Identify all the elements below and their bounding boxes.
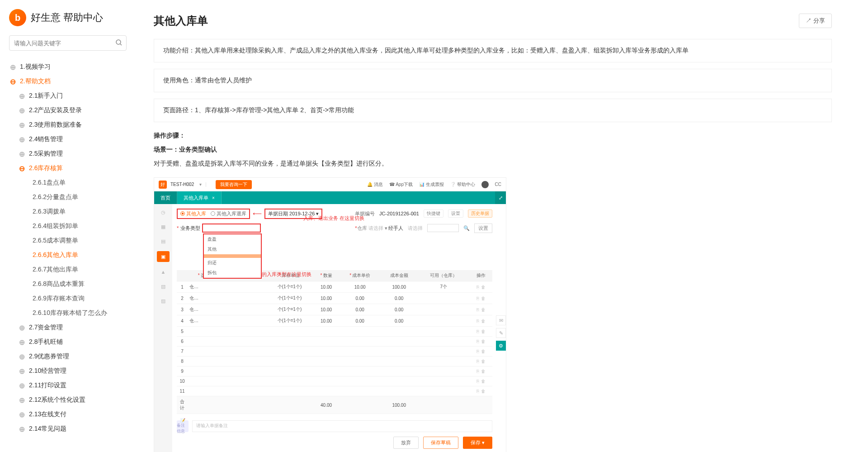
search-icon[interactable]: 🔍 bbox=[463, 225, 470, 231]
dd-item[interactable]: 其他 bbox=[204, 244, 261, 254]
pill-settings[interactable]: 设置 bbox=[448, 209, 463, 218]
leftbar-icon[interactable]: ▤ bbox=[159, 237, 168, 246]
radio-inbound[interactable]: 其他入库 bbox=[180, 210, 206, 217]
dd-item[interactable]: 拆包 bbox=[204, 268, 261, 278]
nav-item-210[interactable]: ⊕2.10经营管理 bbox=[9, 364, 136, 378]
save-button[interactable]: 保存 ▾ bbox=[463, 437, 492, 449]
biztype-select[interactable]: 盘盈 其他 归还 拆包 bbox=[202, 224, 261, 233]
table-row[interactable]: 1仓…个(1个=1个)10.0010.00100.007个⎘🗑 bbox=[177, 281, 492, 293]
nav-item-265[interactable]: 2.6.5成本调整单 bbox=[9, 233, 136, 248]
delete-icon[interactable]: 🗑 bbox=[481, 296, 486, 301]
table-row[interactable]: 6⎘🗑 bbox=[177, 337, 492, 347]
nav-item-21[interactable]: ⊕2.1新手入门 bbox=[9, 89, 136, 103]
delete-icon[interactable]: 🗑 bbox=[481, 307, 486, 312]
gen-report-link[interactable]: 📊 生成票报 bbox=[419, 181, 444, 188]
table-row[interactable]: 5⎘🗑 bbox=[177, 327, 492, 337]
table-row[interactable]: 4仓…个(1个=1个)10.000.000.00⎘🗑 bbox=[177, 315, 492, 327]
nav-item-214[interactable]: ⊕2.14常见问题 bbox=[9, 422, 136, 436]
nav-item-262[interactable]: 2.6.2分量盘点单 bbox=[9, 190, 136, 205]
nav-item-26[interactable]: ⊖2.6库存核算 bbox=[9, 161, 136, 176]
help-link[interactable]: ❔ 帮助中心 bbox=[450, 181, 475, 188]
search-input[interactable] bbox=[9, 35, 127, 51]
consult-button[interactable]: 我要咨询一下 bbox=[216, 180, 252, 189]
delete-icon[interactable]: 🗑 bbox=[481, 329, 486, 334]
pill-shortcut[interactable]: 快捷键 bbox=[424, 209, 443, 218]
copy-icon[interactable]: ⎘ bbox=[476, 285, 479, 290]
copy-icon[interactable]: ⎘ bbox=[476, 339, 479, 344]
copy-icon[interactable]: ⎘ bbox=[476, 319, 479, 324]
search-small-input[interactable] bbox=[427, 224, 459, 232]
copy-icon[interactable]: ⎘ bbox=[476, 307, 479, 312]
table-row[interactable]: 11⎘🗑 bbox=[177, 386, 492, 396]
copy-icon[interactable]: ⎘ bbox=[476, 359, 479, 364]
leftbar-icon[interactable]: ▦ bbox=[159, 222, 168, 231]
leftbar-icon[interactable]: ◷ bbox=[159, 208, 168, 217]
delete-icon[interactable]: 🗑 bbox=[481, 389, 486, 394]
nav-item-211[interactable]: ⊕2.11打印设置 bbox=[9, 378, 136, 393]
dd-item-highlighted[interactable] bbox=[204, 254, 261, 258]
delete-icon[interactable]: 🗑 bbox=[481, 369, 486, 374]
copy-icon[interactable]: ⎘ bbox=[476, 329, 479, 334]
copy-icon[interactable]: ⎘ bbox=[476, 349, 479, 354]
nav-item-22[interactable]: ⊕2.2产品安装及登录 bbox=[9, 103, 136, 118]
table-row[interactable]: 2仓…个(1个=1个)10.000.000.00⎘🗑 bbox=[177, 293, 492, 304]
rightbar-icon-active[interactable]: ⚙ bbox=[496, 341, 506, 351]
nav-item-docs[interactable]: ⊖2.帮助文档 bbox=[9, 74, 136, 89]
avatar-icon[interactable] bbox=[481, 181, 489, 188]
nav-item-29[interactable]: ⊕2.9优惠券管理 bbox=[9, 349, 136, 364]
delete-icon[interactable]: 🗑 bbox=[481, 339, 486, 344]
save-draft-button[interactable]: 保存草稿 bbox=[423, 437, 458, 449]
nav-item-24[interactable]: ⊕2.4销售管理 bbox=[9, 132, 136, 147]
leftbar-icon[interactable]: ▨ bbox=[159, 296, 168, 305]
copy-icon[interactable]: ⎘ bbox=[476, 379, 479, 384]
leftbar-icon[interactable]: ▲ bbox=[159, 267, 168, 276]
maker-value[interactable]: 请选择 bbox=[408, 225, 423, 232]
nav-item-213[interactable]: ⊕2.13在线支付 bbox=[9, 407, 136, 422]
nav-item-23[interactable]: ⊕2.3使用前数据准备 bbox=[9, 118, 136, 132]
nav-item-268[interactable]: 2.6.8商品成本重算 bbox=[9, 277, 136, 291]
delete-icon[interactable]: 🗑 bbox=[481, 319, 486, 324]
close-icon[interactable]: × bbox=[212, 195, 215, 200]
radio-return[interactable]: 其他入库退库 bbox=[211, 210, 246, 217]
delete-icon[interactable]: 🗑 bbox=[481, 359, 486, 364]
tab-other-inbound[interactable]: 其他入库单× bbox=[177, 191, 222, 204]
discard-button[interactable]: 放弃 bbox=[393, 437, 419, 449]
nav-item-27[interactable]: ⊕2.7资金管理 bbox=[9, 320, 136, 335]
nav-item-269[interactable]: 2.6.9库存账本查询 bbox=[9, 291, 136, 306]
nav-item-212[interactable]: ⊕2.12系统个性化设置 bbox=[9, 393, 136, 407]
delete-icon[interactable]: 🗑 bbox=[481, 285, 486, 290]
app-download-link[interactable]: ☎ App下载 bbox=[389, 181, 413, 188]
table-row[interactable]: 8⎘🗑 bbox=[177, 357, 492, 366]
copy-icon[interactable]: ⎘ bbox=[476, 389, 479, 394]
dd-item[interactable]: 归还 bbox=[204, 258, 261, 268]
nav-item-263[interactable]: 2.6.3调拨单 bbox=[9, 205, 136, 219]
nav-item-2610[interactable]: 2.6.10库存账本错了怎么办 bbox=[9, 306, 136, 320]
nav-item-28[interactable]: ⊕2.8手机旺铺 bbox=[9, 335, 136, 349]
dd-item[interactable]: 盘盈 bbox=[204, 234, 261, 244]
gear-button[interactable]: 设置 bbox=[474, 224, 492, 233]
search-icon[interactable] bbox=[114, 38, 124, 48]
expand-icon[interactable]: ⤢ bbox=[495, 191, 506, 204]
site-logo[interactable]: b 好生意 帮助中心 bbox=[9, 9, 136, 26]
copy-icon[interactable]: ⎘ bbox=[476, 369, 479, 374]
table-row[interactable]: 3仓…个(1个=1个)10.000.000.00⎘🗑 bbox=[177, 304, 492, 315]
nav-item-25[interactable]: ⊕2.5采购管理 bbox=[9, 147, 136, 161]
table-row[interactable]: 7⎘🗑 bbox=[177, 347, 492, 357]
rightbar-icon[interactable]: ✉ bbox=[496, 315, 506, 325]
nav-item-261[interactable]: 2.6.1盘点单 bbox=[9, 176, 136, 190]
pill-history[interactable]: 历史单据 bbox=[468, 209, 492, 218]
table-row[interactable]: 9⎘🗑 bbox=[177, 366, 492, 376]
table-row[interactable]: 10⎘🗑 bbox=[177, 376, 492, 386]
delete-icon[interactable]: 🗑 bbox=[481, 349, 486, 354]
leftbar-icon[interactable]: ▧ bbox=[159, 282, 168, 291]
rightbar-icon[interactable]: ✎ bbox=[496, 328, 506, 338]
nav-item-video[interactable]: ⊕1.视频学习 bbox=[9, 60, 136, 74]
share-button[interactable]: ↗ 分享 bbox=[799, 14, 832, 28]
tab-home[interactable]: 首页 bbox=[154, 191, 177, 204]
msg-link[interactable]: 🔔 消息 bbox=[367, 181, 383, 188]
leftbar-icon-active[interactable]: ▣ bbox=[157, 251, 170, 262]
nav-item-267[interactable]: 2.6.7其他出库单 bbox=[9, 262, 136, 277]
nav-item-264[interactable]: 2.6.4组装拆卸单 bbox=[9, 219, 136, 233]
copy-icon[interactable]: ⎘ bbox=[476, 296, 479, 301]
delete-icon[interactable]: 🗑 bbox=[481, 379, 486, 384]
